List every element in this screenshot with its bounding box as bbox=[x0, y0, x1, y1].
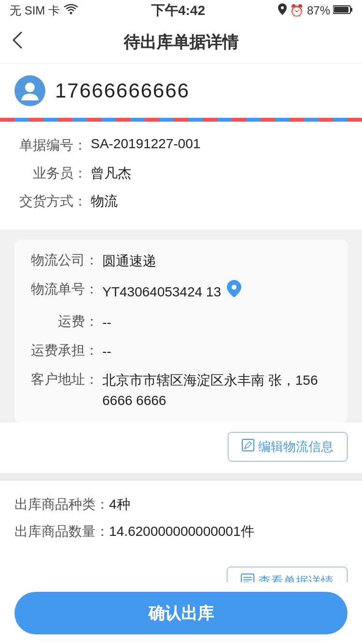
edit-btn-row: 编辑物流信息 bbox=[0, 422, 362, 473]
product-section: 出库商品种类： 4种 出库商品数量： 14.620000000000001件 bbox=[0, 481, 362, 559]
freight-row: 运费： -- bbox=[26, 312, 336, 333]
svg-point-1 bbox=[281, 6, 284, 9]
carrier-text: 无 SIM 卡 bbox=[10, 3, 60, 18]
basic-info-section: 单据编号： SA-20191227-001 业务员： 曾凡杰 交货方式： 物流 bbox=[0, 122, 362, 230]
tracking-no-label: 物流单号： bbox=[26, 280, 98, 298]
battery-text: 87% bbox=[307, 4, 330, 17]
section-separator bbox=[0, 473, 362, 481]
user-header: 17666666666 bbox=[0, 64, 362, 118]
back-button[interactable] bbox=[12, 30, 23, 54]
freight-bear-row: 运费承担： -- bbox=[26, 341, 336, 362]
logistics-card: 物流公司： 圆通速递 物流单号： YT43064053424 13 运费： --… bbox=[14, 239, 348, 422]
svg-point-6 bbox=[232, 285, 237, 290]
status-right: ⏰ 87% bbox=[278, 3, 352, 18]
location-status-icon bbox=[278, 3, 287, 18]
confirm-btn-wrap: 确认出库 bbox=[0, 582, 362, 644]
delivery-method-label: 交货方式： bbox=[14, 192, 87, 210]
status-left: 无 SIM 卡 bbox=[10, 3, 78, 18]
doc-no-label: 单据编号： bbox=[14, 136, 87, 154]
svg-rect-3 bbox=[350, 8, 352, 12]
logistics-company-value: 圆通速递 bbox=[102, 251, 336, 271]
sales-person-row: 业务员： 曾凡杰 bbox=[14, 164, 348, 182]
confirm-button[interactable]: 确认出库 bbox=[14, 592, 348, 634]
dashed-divider bbox=[0, 118, 362, 122]
address-value: 北京市市辖区海淀区永丰南 张，156 6666 6666 bbox=[102, 370, 336, 411]
tracking-no-value: YT43064053424 13 bbox=[102, 280, 336, 304]
delivery-method-row: 交货方式： 物流 bbox=[14, 192, 348, 210]
svg-rect-7 bbox=[242, 439, 254, 451]
product-type-label: 出库商品种类： bbox=[14, 495, 109, 514]
status-time: 下午4:42 bbox=[151, 1, 205, 20]
alarm-icon: ⏰ bbox=[290, 4, 304, 17]
edit-logistics-label: 编辑物流信息 bbox=[258, 438, 334, 455]
svg-rect-4 bbox=[334, 7, 348, 13]
status-bar: 无 SIM 卡 下午4:42 ⏰ 87% bbox=[0, 0, 362, 21]
address-row: 客户地址： 北京市市辖区海淀区永丰南 张，156 6666 6666 bbox=[26, 370, 336, 411]
avatar bbox=[14, 75, 45, 106]
product-type-row: 出库商品种类： 4种 bbox=[14, 495, 348, 514]
svg-point-0 bbox=[70, 12, 72, 14]
product-quantity-value: 14.620000000000001件 bbox=[109, 522, 348, 541]
product-type-value: 4种 bbox=[109, 495, 348, 514]
wifi-icon bbox=[64, 4, 78, 17]
delivery-method-value: 物流 bbox=[91, 192, 348, 210]
freight-value: -- bbox=[102, 312, 336, 333]
battery-icon bbox=[333, 4, 352, 17]
sales-person-label: 业务员： bbox=[14, 164, 87, 182]
edit-icon bbox=[242, 439, 254, 455]
sales-person-value: 曾凡杰 bbox=[91, 164, 348, 182]
svg-point-5 bbox=[25, 83, 35, 92]
logistics-company-row: 物流公司： 圆通速递 bbox=[26, 251, 336, 271]
logistics-company-label: 物流公司： bbox=[26, 251, 98, 269]
address-label: 客户地址： bbox=[26, 370, 98, 389]
product-quantity-row: 出库商品数量： 14.620000000000001件 bbox=[14, 522, 348, 541]
tracking-no-row: 物流单号： YT43064053424 13 bbox=[26, 280, 336, 304]
edit-logistics-button[interactable]: 编辑物流信息 bbox=[228, 432, 348, 462]
freight-label: 运费： bbox=[26, 312, 98, 331]
tracking-location-icon[interactable] bbox=[227, 280, 241, 304]
page-title: 待出库单据详情 bbox=[124, 31, 238, 54]
user-phone: 17666666666 bbox=[55, 79, 190, 102]
nav-bar: 待出库单据详情 bbox=[0, 21, 362, 64]
doc-no-value: SA-20191227-001 bbox=[91, 136, 348, 152]
freight-bear-label: 运费承担： bbox=[26, 341, 98, 360]
freight-bear-value: -- bbox=[102, 341, 336, 362]
product-quantity-label: 出库商品数量： bbox=[14, 522, 109, 541]
doc-no-row: 单据编号： SA-20191227-001 bbox=[14, 136, 348, 154]
